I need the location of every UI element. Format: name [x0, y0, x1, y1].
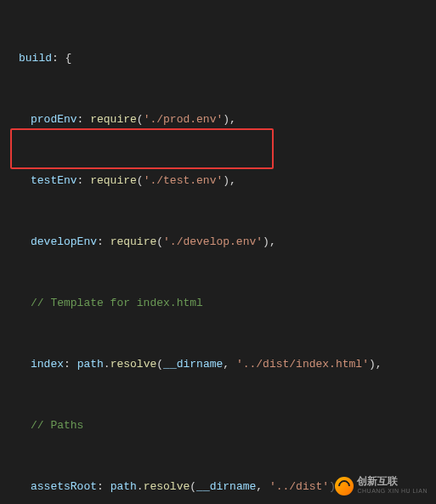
code-line: build: { [7, 51, 436, 66]
code-line: testEnv: require('./test.env'), [7, 173, 436, 189]
watermark-logo-icon [335, 477, 354, 496]
code-line: index: path.resolve(__dirname, '../dist/… [7, 357, 436, 372]
watermark-cn: 创新互联 [357, 477, 428, 486]
code-line: prodEnv: require('./prod.env'), [7, 112, 436, 127]
watermark-pinyin: CHUANG XIN HU LIAN [357, 486, 428, 496]
property-key: build [19, 52, 52, 65]
code-editor[interactable]: build: { prodEnv: require('./prod.env'),… [0, 0, 436, 504]
comment: // Paths [7, 418, 436, 433]
highlight-rectangle [10, 128, 274, 169]
code-line: developEnv: require('./develop.env'), [7, 235, 436, 250]
watermark-text: 创新互联 CHUANG XIN HU LIAN [357, 477, 428, 496]
watermark: 创新互联 CHUANG XIN HU LIAN [331, 475, 431, 497]
comment: // Template for index.html [7, 296, 436, 311]
